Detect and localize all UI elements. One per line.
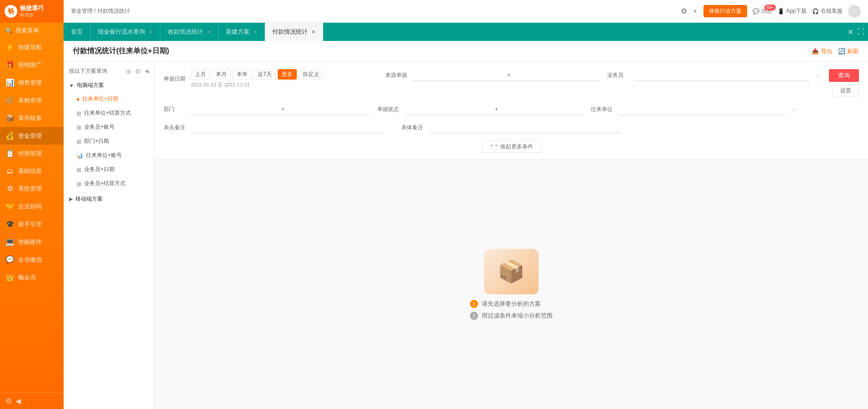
scheme-item-unit-settle[interactable]: ▦ 往来单位+结算方式 <box>64 106 154 120</box>
refresh-label: 刷新 <box>847 47 859 56</box>
date-btn-more[interactable]: 更多 <box>278 69 297 80</box>
export-button[interactable]: 📤 导出 <box>812 47 833 56</box>
date-btn-last-month[interactable]: 上月 <box>191 69 210 80</box>
tab-bank-close[interactable]: ✕ <box>149 29 153 35</box>
online-service-button[interactable]: 🎧 在线客服 <box>812 7 843 15</box>
source-select[interactable]: ▼ <box>413 69 600 81</box>
scheme-item-unit-account[interactable]: 📊 往来单位+账号 <box>64 148 154 162</box>
voucher-status-arrow-icon: ▼ <box>494 106 581 112</box>
sidebar-item-shortcut[interactable]: ⚡ 快捷导航 <box>0 38 64 56</box>
user-avatar[interactable] <box>848 5 861 18</box>
scheme-item-dept-date[interactable]: ▦ 部门+日期 <box>64 134 154 148</box>
staff-more-icon[interactable]: ··· <box>816 71 822 79</box>
sidebar-item-guide[interactable]: 🎓 新手引导 <box>0 215 64 233</box>
page-title: 付款情况统计(往来单位+日期) <box>73 46 169 56</box>
voucher-status-select[interactable]: ▼ <box>404 103 584 115</box>
collapse-filters-button[interactable]: ⌃⌃ 收起更多条件 <box>482 141 541 153</box>
date-btn-this-month[interactable]: 本月 <box>212 69 231 80</box>
refresh-icon: 🔄 <box>838 48 845 55</box>
sidebar-item-coop[interactable]: 🤝 企业协同 <box>0 197 64 215</box>
refresh-button[interactable]: 🔄 刷新 <box>838 47 859 56</box>
scheme-group-desktop-label: 电脑端方案 <box>77 81 104 89</box>
collapse-sidebar-icon[interactable]: ◀ <box>15 397 21 405</box>
export-label: 导出 <box>821 47 833 56</box>
scheme-grid-icon: ▦ <box>76 181 81 187</box>
collapse-panel-icon[interactable]: ◀ <box>145 68 149 75</box>
settings-footer-icon[interactable]: ⚙ <box>5 397 12 405</box>
scheme-panel-icons: ⊕ ⚙ ◀ <box>126 68 149 75</box>
sidebar-item-hardware[interactable]: 💻 智能硬件 <box>0 233 64 251</box>
purchase-icon: 🛒 <box>5 96 15 105</box>
chevron-right-icon: ▶ <box>69 196 73 202</box>
logo-text-group: 畅捷通巧 标准版 <box>20 5 44 18</box>
scheme-panel: 按以下方案查询 ⊕ ⚙ ◀ ▼ 电脑端方案 ● 往来单位+日期 <box>64 62 155 409</box>
scheme-item-staff-account[interactable]: ▦ 业务员+账号 <box>64 120 154 134</box>
sidebar-item-business[interactable]: 📋 经营管理 <box>0 145 64 162</box>
scheme-group-desktop-header[interactable]: ▼ 电脑端方案 <box>64 79 154 92</box>
scheme-item-unit-date[interactable]: ● 往来单位+日期 <box>64 92 154 106</box>
header-note-input[interactable] <box>191 121 383 133</box>
settings-scheme-icon[interactable]: ⚙ <box>135 68 141 75</box>
staff-input[interactable] <box>634 69 810 81</box>
sidebar-item-sales[interactable]: 📊 销售管理 <box>0 74 64 91</box>
tab-home[interactable]: 首页 <box>64 23 90 41</box>
body-note-input[interactable] <box>429 121 621 133</box>
marketing-icon: 🎁 <box>5 61 15 69</box>
service-icon: 🎧 <box>812 8 819 15</box>
scheme-item-staff-settle[interactable]: ▦ 业务员+结算方式 <box>64 177 154 191</box>
guide-icon: 🎓 <box>5 220 15 228</box>
scheme-panel-title: 按以下方案查询 <box>69 67 107 75</box>
tab-receive-close[interactable]: ✕ <box>207 29 211 35</box>
close-window-icon[interactable]: ✕ <box>848 28 853 36</box>
sidebar-item-member[interactable]: 👑 畅会员 <box>0 268 64 286</box>
scheme-group-mobile-header[interactable]: ▶ 移动端方案 <box>64 192 154 206</box>
hardware-icon: 💻 <box>5 237 15 246</box>
app-download-button[interactable]: 📱 App下载 <box>778 7 807 15</box>
scheme-item-label: 业务员+账号 <box>84 123 115 131</box>
message-icon: 💬 <box>753 8 759 15</box>
search-menu-label: 搜索菜单 <box>15 26 39 35</box>
search-menu[interactable]: 🔍 搜索菜单 <box>0 23 64 38</box>
message-button[interactable]: 💬 消息 99+ <box>753 7 772 15</box>
date-btn-7days[interactable]: 近7天 <box>254 69 276 80</box>
chevron-down-icon: ▼ <box>693 8 698 15</box>
topbar-settings-icon[interactable]: ⚙ <box>681 7 687 15</box>
scheme-item-staff-date[interactable]: ▦ 业务员+日期 <box>64 162 154 177</box>
dept-select[interactable]: ▼ <box>191 103 370 115</box>
coop-icon: 🤝 <box>5 202 15 211</box>
sidebar-item-inventory[interactable]: 📦 库存核算 <box>0 109 64 127</box>
date-range-label: 2022-01-01 至 2022-12-31 <box>191 81 323 88</box>
dept-label: 部门 <box>164 106 186 113</box>
basic-icon: 🗂 <box>5 167 15 175</box>
tab-new[interactable]: 新建方案 ✕ <box>219 23 265 41</box>
tab-new-close[interactable]: ✕ <box>253 29 257 35</box>
tab-payment-label: 付款情况统计 <box>272 28 308 36</box>
sidebar-item-marketing[interactable]: 🎁 营销推广 <box>0 56 64 74</box>
date-btn-this-year[interactable]: 本年 <box>233 69 252 80</box>
inventory-icon: 📦 <box>5 114 15 122</box>
system-icon: ⚙ <box>5 184 15 193</box>
step-2-text: 用过滤条件来缩小分析范围 <box>482 312 553 320</box>
filter-area: 单据日期 上月 本月 本年 近7天 更多 自定义 20 <box>155 62 868 160</box>
sidebar-item-fund[interactable]: 💰 资金管理 <box>0 127 64 145</box>
query-button[interactable]: 查询 <box>829 69 859 82</box>
setting-button[interactable]: 设置 <box>833 85 859 97</box>
tab-payment-close[interactable]: ✕ <box>311 29 315 35</box>
tab-bank[interactable]: 现金银行流水查询 ✕ <box>90 23 160 41</box>
sidebar-item-system[interactable]: ⚙ 系统管理 <box>0 180 64 197</box>
sidebar-item-wechat[interactable]: 💬 企业微信 <box>0 251 64 268</box>
expand-icon[interactable]: ⛶ <box>857 28 864 36</box>
tab-receive[interactable]: 收款情况统计 ✕ <box>160 23 219 41</box>
sidebar-item-purchase[interactable]: 🛒 采购管理 <box>0 91 64 109</box>
add-scheme-icon[interactable]: ⊕ <box>126 68 131 75</box>
sidebar-item-label: 快捷导航 <box>18 43 42 51</box>
sidebar-item-basic[interactable]: 🗂 基础信息 <box>0 162 64 180</box>
scheme-grid-icon: ▦ <box>76 167 81 173</box>
tab-payment[interactable]: 付款情况统计 ✕ <box>265 23 323 41</box>
tab-receive-label: 收款情况统计 <box>168 28 203 36</box>
date-btn-custom[interactable]: 自定义 <box>299 69 323 80</box>
sidebar-footer: ⚙ ◀ <box>0 393 64 409</box>
counterpart-more-icon[interactable]: ··· <box>792 106 797 113</box>
trial-button[interactable]: 体验行业方案 <box>703 5 747 17</box>
counterpart-input[interactable] <box>618 103 785 115</box>
